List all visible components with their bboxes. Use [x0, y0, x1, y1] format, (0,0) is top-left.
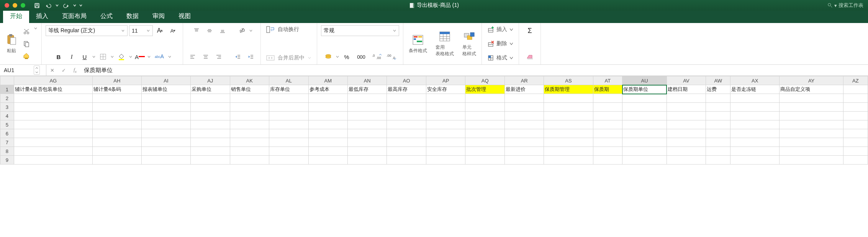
cell[interactable] — [387, 112, 426, 120]
cell[interactable] — [622, 138, 667, 147]
underline-dropdown[interactable] — [92, 55, 96, 58]
align-right-button[interactable] — [213, 51, 224, 62]
cell[interactable] — [667, 129, 706, 138]
cell[interactable] — [843, 156, 868, 165]
cell[interactable] — [504, 112, 544, 120]
cell[interactable] — [141, 129, 190, 138]
row-header[interactable]: 2 — [0, 94, 14, 103]
cell[interactable]: 最低库存 — [347, 85, 387, 94]
cell[interactable] — [191, 94, 230, 103]
spreadsheet-grid[interactable]: AGAHAIAJAKALAMANAOAPAQARASATAUAVAWAXAYAZ… — [0, 76, 868, 165]
cell[interactable] — [14, 156, 92, 165]
cell[interactable] — [191, 156, 230, 165]
name-box-stepper[interactable] — [34, 66, 40, 75]
cell[interactable] — [504, 129, 544, 138]
cell[interactable] — [230, 156, 269, 165]
cell[interactable] — [465, 120, 504, 129]
cell[interactable] — [730, 147, 780, 156]
autosum-button[interactable]: Σ — [523, 25, 537, 36]
currency-dropdown[interactable] — [336, 55, 339, 58]
cell[interactable] — [730, 138, 780, 147]
tab-插入[interactable]: 插入 — [29, 10, 55, 23]
align-left-button[interactable] — [187, 51, 198, 62]
column-header[interactable]: AI — [141, 76, 190, 85]
cell[interactable] — [191, 129, 230, 138]
column-header[interactable]: AN — [347, 76, 387, 85]
font-color-dropdown[interactable] — [147, 55, 151, 58]
borders-button[interactable] — [97, 51, 109, 62]
borders-dropdown[interactable] — [110, 55, 114, 58]
cell[interactable] — [780, 156, 843, 165]
cell[interactable] — [544, 129, 593, 138]
formula-input[interactable]: 保质期单位 — [81, 67, 113, 74]
format-as-table-button[interactable]: 套用 表格格式 — [434, 30, 455, 58]
cell[interactable] — [230, 112, 269, 120]
tab-开始[interactable]: 开始 — [3, 10, 29, 23]
cell[interactable] — [269, 112, 308, 120]
cell[interactable]: 最新进价 — [504, 85, 544, 94]
cell[interactable] — [622, 147, 667, 156]
cell[interactable] — [230, 138, 269, 147]
cell[interactable] — [544, 120, 593, 129]
copy-button[interactable] — [21, 38, 32, 49]
cell[interactable] — [92, 156, 141, 165]
cell[interactable] — [14, 94, 92, 103]
cell[interactable] — [387, 94, 426, 103]
cell[interactable] — [308, 129, 347, 138]
cell[interactable] — [308, 94, 347, 103]
cell[interactable] — [780, 103, 843, 112]
cell[interactable] — [14, 147, 92, 156]
cell[interactable] — [544, 147, 593, 156]
cell[interactable] — [667, 112, 706, 120]
cell[interactable]: 最高库存 — [387, 85, 426, 94]
cell[interactable]: 保质期管理 — [544, 85, 593, 94]
cell[interactable] — [593, 138, 622, 147]
cell[interactable] — [504, 156, 544, 165]
cell[interactable] — [387, 120, 426, 129]
fx-button[interactable]: fx — [69, 65, 81, 76]
cell[interactable] — [426, 120, 465, 129]
cell[interactable] — [730, 112, 780, 120]
cell[interactable]: 保质期 — [593, 85, 622, 94]
paste-dropdown[interactable] — [34, 27, 38, 30]
row-header[interactable]: 9 — [0, 156, 14, 165]
cell[interactable] — [593, 147, 622, 156]
cell[interactable] — [387, 156, 426, 165]
row-header[interactable]: 3 — [0, 103, 14, 112]
cell[interactable] — [622, 103, 667, 112]
cell[interactable] — [843, 138, 868, 147]
clear-button[interactable] — [523, 51, 537, 62]
bold-button[interactable]: B — [53, 51, 64, 62]
cell[interactable] — [347, 129, 387, 138]
cell[interactable] — [14, 112, 92, 120]
cell[interactable]: 建档日期 — [667, 85, 706, 94]
cell[interactable] — [544, 112, 593, 120]
cell[interactable] — [14, 120, 92, 129]
cell[interactable] — [14, 103, 92, 112]
cell[interactable] — [544, 103, 593, 112]
row-header[interactable]: 4 — [0, 112, 14, 120]
merge-center-button[interactable]: 合并后居中 — [265, 54, 313, 62]
cell[interactable] — [387, 147, 426, 156]
column-header[interactable]: AR — [504, 76, 544, 85]
cell[interactable] — [667, 156, 706, 165]
column-header[interactable]: AK — [230, 76, 269, 85]
cell[interactable]: 批次管理 — [465, 85, 504, 94]
wrap-text-button[interactable]: 自动换行 — [265, 25, 301, 34]
column-header[interactable]: AS — [544, 76, 593, 85]
insert-cells-button[interactable]: 插入 — [486, 25, 515, 34]
name-box[interactable]: AU1 — [0, 65, 46, 76]
cell[interactable]: 参考成本 — [308, 85, 347, 94]
cell[interactable] — [141, 156, 190, 165]
cell[interactable] — [730, 103, 780, 112]
cell[interactable] — [593, 120, 622, 129]
align-center-button[interactable] — [200, 51, 211, 62]
save-button[interactable] — [32, 1, 41, 10]
underline-button[interactable]: U — [79, 51, 90, 62]
shrink-font-button[interactable]: A — [167, 25, 179, 36]
cell[interactable] — [347, 94, 387, 103]
cell[interactable] — [780, 129, 843, 138]
cell[interactable] — [269, 129, 308, 138]
cell[interactable] — [191, 103, 230, 112]
cell[interactable] — [308, 112, 347, 120]
